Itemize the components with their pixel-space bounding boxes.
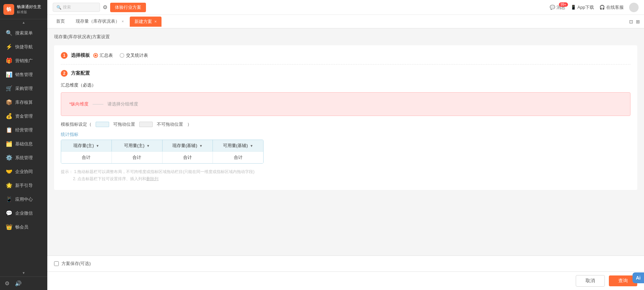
message-icon: 💬 bbox=[550, 5, 555, 10]
tab-new-plan[interactable]: 新建方案 × bbox=[130, 17, 162, 27]
sidebar-item-inventory[interactable]: 📦 库存核算 bbox=[0, 95, 47, 109]
save-row: 方案保存(可选) bbox=[47, 256, 644, 271]
cooperation-icon: 🤝 bbox=[6, 168, 13, 175]
sidebar-item-wechat[interactable]: 💬 企业微信 bbox=[0, 206, 47, 220]
tab-new-close[interactable]: × bbox=[154, 19, 157, 24]
sidebar-item-basic[interactable]: 🗂️ 基础信息 bbox=[0, 137, 47, 151]
tab-inventory-status[interactable]: 现存量（库存状况表） × bbox=[71, 16, 128, 28]
sidebar-nav: 🔍 搜索菜单 ⚡ 快捷导航 🎁 营销推广 📊 销售管理 🛒 采购管理 📦 库存核… bbox=[0, 26, 47, 270]
sidebar-bottom: ⚙ 🔊 bbox=[0, 276, 47, 290]
tab-inventory-close[interactable]: × bbox=[122, 19, 124, 23]
radio-cross-label: 交叉统计表 bbox=[126, 52, 148, 58]
dimension-box[interactable]: *纵向维度 —— 请选择分组维度 bbox=[61, 92, 630, 116]
topbar: 🔍 搜索 ⚙ 体验行业方案 💬 消息 99+ 📱 App下载 🎧 在线客服 bbox=[47, 0, 644, 15]
stats-header-col-3[interactable]: 可用量(基辅) ▼ bbox=[213, 140, 263, 151]
sidebar-item-label: 企业协同 bbox=[15, 169, 33, 175]
sidebar-item-label: 快捷导航 bbox=[15, 44, 33, 50]
draggable-indicator bbox=[96, 122, 109, 127]
stats-header-col-1[interactable]: 可用量(主) ▼ bbox=[112, 140, 163, 151]
logo-name: 畅康通好生意 bbox=[17, 4, 41, 10]
chevron-down-icon-3: ▼ bbox=[250, 144, 253, 148]
radio-cross[interactable]: 交叉统计表 bbox=[120, 52, 148, 58]
search-placeholder: 搜索 bbox=[63, 4, 71, 10]
sidebar-item-system[interactable]: ⚙️ 系统管理 bbox=[0, 151, 47, 165]
radio-cross-dot bbox=[120, 53, 124, 58]
sidebar-item-label: 采购管理 bbox=[15, 86, 33, 92]
stats-data-col-3: 合计 bbox=[213, 152, 263, 163]
tab-restore-icon[interactable]: ⊡ bbox=[629, 19, 633, 24]
chevron-down-icon-1: ▼ bbox=[147, 144, 150, 148]
stats-header-col-2[interactable]: 现存量(基辅) ▼ bbox=[163, 140, 213, 151]
message-badge: 99+ bbox=[559, 2, 568, 7]
tip-1: 提示： 1.拖动标题栏可以调整布局，不可跨维度或指标区域拖动栏目(只能在同一维度… bbox=[61, 169, 630, 175]
sidebar-item-search[interactable]: 🔍 搜索菜单 bbox=[0, 26, 47, 40]
step2-title: 方案配置 bbox=[71, 70, 90, 76]
wechat-icon: 💬 bbox=[6, 210, 13, 216]
stats-col-0-label: 现存量(主) bbox=[73, 143, 94, 149]
sidebar-logo: 畅 畅康通好生意 标准版 bbox=[0, 0, 47, 19]
stats-section: 统计指标 现存量(主) ▼ 可用量(主) ▼ 现存量(基辅) bbox=[61, 131, 630, 164]
tip-2: 2. 点击标题栏下拉可设置排序、插入列和删除列 bbox=[61, 176, 630, 182]
ai-button[interactable]: Ai bbox=[633, 272, 644, 283]
sidebar-item-label: 销售管理 bbox=[15, 72, 33, 78]
phone-icon: 📱 bbox=[571, 5, 576, 10]
step2-header: 2 方案配置 bbox=[61, 70, 630, 77]
sidebar-item-label: 系统管理 bbox=[15, 155, 33, 161]
topbar-search-box: 🔍 搜索 bbox=[53, 3, 100, 12]
step1-num: 1 bbox=[61, 52, 68, 59]
online-service-item[interactable]: 🎧 在线客服 bbox=[599, 4, 624, 10]
tip-2-link[interactable]: 删除列 bbox=[146, 176, 158, 181]
sidebar-item-newuser[interactable]: 🌟 新手引导 bbox=[0, 178, 47, 192]
sidebar-item-purchase[interactable]: 🛒 采购管理 bbox=[0, 81, 47, 95]
template-radio-group: 汇总表 交叉统计表 bbox=[93, 52, 148, 58]
operation-icon: 📋 bbox=[6, 127, 13, 133]
sidebar-item-label: 搜索菜单 bbox=[15, 30, 33, 36]
indicator-draggable-label: 可拖动位置 bbox=[113, 121, 135, 127]
sidebar-item-operation[interactable]: 📋 经营管理 bbox=[0, 123, 47, 137]
tip-2-text: 2. 点击标题栏下拉可设置排序、插入列和 bbox=[61, 176, 146, 181]
tabs-bar: 首页 现存量（库存状况表） × 新建方案 × ⊡ ⊞ bbox=[47, 15, 644, 28]
tab-home-label: 首页 bbox=[56, 18, 65, 24]
step1-header: 1 选择模板 汇总表 交叉统计表 bbox=[61, 52, 630, 59]
sidebar-item-member[interactable]: 👑 畅会员 bbox=[0, 220, 47, 234]
topbar-left: 🔍 搜索 ⚙ 体验行业方案 bbox=[53, 3, 546, 12]
message-item[interactable]: 💬 消息 99+ bbox=[550, 4, 565, 10]
template-indicator-row: 模板指标设定（ 可拖动位置 不可拖动位置 ） bbox=[61, 121, 630, 127]
scroll-down-arrow[interactable]: ▼ bbox=[0, 270, 47, 276]
gear-icon[interactable]: ⚙ bbox=[103, 4, 107, 10]
stats-data-row: 合计 合计 合计 合计 bbox=[61, 151, 263, 163]
cancel-button[interactable]: 取消 bbox=[576, 275, 605, 287]
tab-expand-icon[interactable]: ⊞ bbox=[636, 19, 640, 24]
online-service-label: 在线客服 bbox=[606, 4, 624, 10]
tab-home[interactable]: 首页 bbox=[51, 16, 70, 28]
scroll-up-arrow[interactable]: ▲ bbox=[0, 19, 47, 26]
sidebar-item-sales[interactable]: 📊 销售管理 bbox=[0, 68, 47, 81]
stats-header-col-0[interactable]: 现存量(主) ▼ bbox=[61, 140, 112, 151]
sidebar-item-cooperation[interactable]: 🤝 企业协同 bbox=[0, 165, 47, 178]
avatar[interactable] bbox=[629, 3, 639, 12]
sidebar-item-label: 企业微信 bbox=[15, 210, 33, 216]
sidebar-item-label: 资金管理 bbox=[15, 113, 33, 119]
radio-summary[interactable]: 汇总表 bbox=[93, 52, 113, 58]
sidebar: 畅 畅康通好生意 标准版 ▲ 🔍 搜索菜单 ⚡ 快捷导航 🎁 营销推广 📊 销售… bbox=[0, 0, 47, 290]
step1-title: 选择模板 bbox=[71, 52, 90, 58]
speaker-icon[interactable]: 🔊 bbox=[15, 280, 22, 287]
indicator-label-start: 模板指标设定（ bbox=[61, 121, 92, 127]
sidebar-item-appcenter[interactable]: 📱 应用中心 bbox=[0, 192, 47, 206]
stats-data-col-1: 合计 bbox=[112, 152, 163, 163]
industry-plan-button[interactable]: 体验行业方案 bbox=[110, 3, 146, 12]
save-checkbox[interactable] bbox=[54, 261, 59, 266]
app-download-item[interactable]: 📱 App下载 bbox=[571, 4, 594, 10]
sidebar-item-finance[interactable]: 💰 资金管理 bbox=[0, 109, 47, 123]
ai-label: Ai bbox=[636, 275, 641, 281]
sidebar-item-marketing[interactable]: 🎁 营销推广 bbox=[0, 54, 47, 68]
inventory-icon: 📦 bbox=[6, 99, 13, 105]
search-icon: 🔍 bbox=[6, 30, 13, 36]
settings-icon[interactable]: ⚙ bbox=[5, 280, 9, 287]
purchase-icon: 🛒 bbox=[6, 85, 13, 92]
radio-summary-label: 汇总表 bbox=[100, 52, 113, 58]
sidebar-item-shortcut[interactable]: ⚡ 快捷导航 bbox=[0, 40, 47, 54]
dimension-placeholder: 请选择分组维度 bbox=[107, 101, 138, 107]
stats-data-col-0: 合计 bbox=[61, 152, 112, 163]
newuser-icon: 🌟 bbox=[6, 182, 13, 189]
